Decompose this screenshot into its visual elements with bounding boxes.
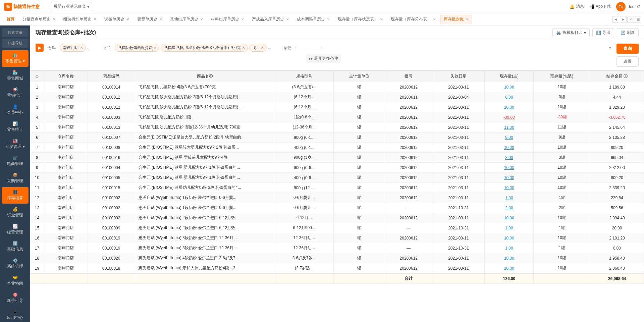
refresh-btn[interactable]: 🔄 刷新 (617, 28, 639, 37)
member-label: 会员中心 (7, 110, 23, 115)
cell-qty[interactable]: 10.00 (485, 183, 534, 193)
tab-home[interactable]: 首页 (3, 15, 18, 24)
cell-qty[interactable]: 9.00 (485, 132, 534, 143)
cell-qty[interactable]: 10.00 (485, 163, 534, 173)
sidebar-item-finance-mgmt[interactable]: 💰 资金管理 (2, 204, 29, 221)
tab-disassemble-history[interactable]: 组装拆卸单历史 ✕ (60, 15, 100, 24)
product-tag-1-remove[interactable]: ✕ (154, 46, 156, 50)
cell-unit: 罐 (333, 163, 385, 173)
tab-other-out-history[interactable]: 其他出库单历史 ✕ (166, 15, 207, 24)
color-dropdown[interactable] (296, 46, 322, 49)
tab-cost-adjust-history[interactable]: 成本调整单历史 ✕ (293, 15, 333, 24)
sidebar-item-retail-store[interactable]: 🏪 零售商城 (2, 67, 29, 84)
col-settings[interactable]: ⚙ (31, 71, 44, 82)
cell-name: 合生元 (BIOSTIME) 派星较大婴儿配方奶粉 2段 乳铁蛋... (135, 143, 275, 153)
cell-qty[interactable]: 10.00 (485, 102, 534, 112)
user-area[interactable]: Ea demo2 (616, 2, 640, 11)
tab-split-history-close[interactable]: ✕ (53, 17, 55, 21)
sidebar-item-ecom-mgmt[interactable]: 🛒 电商管理 (2, 153, 29, 169)
sidebar-item-retail-mgmt[interactable]: 🛍️ 零售管理 ▾ (2, 50, 29, 67)
tab-inventory-dist[interactable]: 现存量（库存分布表） ✕ (387, 15, 439, 24)
cell-qty[interactable]: 0.00 (485, 92, 534, 102)
cell-qty[interactable]: -39.00 (485, 112, 534, 122)
chevron-down-icon: ▾ (87, 4, 89, 9)
product-tag-2-remove[interactable]: ✕ (242, 46, 245, 50)
table-footer-row: 合计 126.00 26,968.64 (31, 273, 644, 284)
product-more-dots[interactable]: ... (268, 45, 271, 50)
expand-more-btn[interactable]: ▾▾ 展开更多条件 (306, 54, 341, 63)
warehouse-more-dots[interactable]: ... (87, 45, 91, 50)
product-tag-more-remove[interactable]: ✕ (261, 46, 264, 50)
tab-batch-voucher[interactable]: 库存批次账 ✕ (440, 15, 472, 24)
sidebar-item-app-center[interactable]: 📱 应用中心 (2, 307, 29, 322)
cell-qty[interactable]: 1.00 (485, 223, 534, 233)
store-selector[interactable]: 母婴行业演示账套 ▾ (51, 2, 92, 11)
tab-more-btn[interactable]: ▦ (635, 16, 641, 23)
basic-info-icon: ℹ️ (13, 241, 18, 246)
tab-prev-btn[interactable]: ◀ (612, 16, 619, 23)
tab-close-btn[interactable]: ✕ (627, 16, 634, 23)
tab-inventory-status[interactable]: 现存量（库存状况表） ✕ (334, 15, 386, 24)
cell-qty[interactable]: 10.00 (485, 263, 534, 274)
tab-other-out-history-close[interactable]: ✕ (200, 17, 203, 21)
tab-product-in-history[interactable]: 产成品入库单历史 ✕ (248, 15, 292, 24)
cell-qty[interactable]: 1.00 (485, 193, 534, 203)
warehouse-tag-remove[interactable]: ✕ (80, 46, 83, 50)
tab-inventory-status-close[interactable]: ✕ (380, 17, 383, 21)
settings-btn[interactable]: 设置 (616, 56, 639, 67)
tab-requisition-history[interactable]: 要货单历史 ✕ (133, 15, 166, 24)
sidebar-item-member[interactable]: 👤 会员中心 (2, 102, 29, 118)
sidebar-item-inventory-check[interactable]: 🗄️ 库存核算 (2, 187, 29, 204)
cell-qty[interactable]: 10.00 (485, 82, 534, 92)
export-btn[interactable]: ⬇️ 导出 (592, 28, 614, 37)
sidebar-item-ops-mgmt[interactable]: 📈 经营管理 (2, 221, 29, 238)
tab-product-in-history-close[interactable]: ✕ (286, 17, 289, 21)
sidebar-item-sys-mgmt[interactable]: ⚙️ 系统管理 (2, 256, 29, 272)
inventory-table: ⚙ 仓库名称 商品编码 商品名称 规格型号 主计量单位 批号 失效日期 现存量(… (30, 70, 644, 284)
download-icon: 📲 (589, 4, 594, 9)
product-label: 商品 (103, 45, 111, 51)
table-row: 6 南岸门店 00100007 合生元(BIOSTIME)派星较大婴儿配方奶粉 … (31, 132, 644, 143)
tab-allocation-history-close[interactable]: ✕ (126, 17, 129, 21)
tab-material-out-history-close[interactable]: ✕ (241, 17, 244, 21)
cell-qty[interactable]: 10.00 (485, 233, 534, 243)
sidebar-item-new-guide[interactable]: 🎯 新手引导 (2, 290, 29, 306)
tab-requisition-history-close[interactable]: ✕ (159, 17, 162, 21)
main-layout: 搜索菜单 快捷导航 🛍️ 零售管理 ▾ 🏪 零售商城 📢 营销推广 👤 会员中心… (0, 25, 644, 322)
tab-material-out-history[interactable]: 材料出库单历史 ✕ (207, 15, 248, 24)
sidebar-item-basic-info[interactable]: ℹ️ 基础信息 (2, 238, 29, 255)
cell-qty[interactable]: 2.00 (485, 203, 534, 213)
col-qty-main: 现存量(主) (485, 71, 534, 82)
table-row: 19 南岸门店 00100018 惠氏启赋 (Wyeth illuma) 亲和人… (31, 263, 644, 274)
cell-qty[interactable]: 11.00 (485, 122, 534, 132)
sidebar-search[interactable]: 搜索菜单 (2, 28, 29, 37)
template-print-btn[interactable]: 🖨️ 按模板打印 ▾ (552, 28, 590, 37)
cell-qty[interactable]: 10.00 (485, 213, 534, 223)
filter-expand-btn[interactable]: ▶ (36, 44, 44, 52)
tab-batch-voucher-close[interactable]: ✕ (466, 17, 469, 21)
sidebar-item-enterprise-collab[interactable]: 🤝 企业协同 (2, 273, 29, 289)
cell-qty[interactable]: 10.00 (485, 173, 534, 183)
sidebar-item-wholesale-mgmt[interactable]: 🏭 批发管理 ▾ (2, 136, 29, 152)
messages-btn[interactable]: 🔔 消息 (570, 4, 584, 9)
search-btn[interactable]: 查询 (616, 44, 639, 54)
product-tag-more-label: 飞... (252, 45, 260, 51)
tab-cost-adjust-history-close[interactable]: ✕ (327, 17, 330, 21)
cell-spec: 900g (0-6... (275, 163, 333, 173)
sidebar-nav[interactable]: 快捷导航 (2, 39, 29, 48)
app-download-btn[interactable]: 📲 App下载 (589, 4, 611, 9)
cell-qty[interactable]: 3.00 (485, 153, 534, 163)
tab-allocation-history[interactable]: 调拨单历史 ✕ (101, 15, 133, 24)
cell-qty[interactable]: 1.00 (485, 243, 534, 253)
sidebar-item-purchase-mgmt[interactable]: 📦 采购管理 (2, 170, 29, 186)
tab-inventory-dist-close[interactable]: ✕ (433, 17, 436, 21)
tab-disassemble-history-close[interactable]: ✕ (94, 17, 96, 21)
cell-no: 3 (31, 102, 44, 112)
tab-next-btn[interactable]: ▶ (620, 16, 627, 23)
sidebar-item-retail-stats[interactable]: 📊 零售统计 (2, 119, 29, 135)
cell-qty[interactable]: 10.00 (485, 143, 534, 153)
sidebar-item-marketing[interactable]: 📢 营销推广 (2, 85, 29, 101)
tab-split-history[interactable]: 分量盘点单历史 ✕ (19, 15, 59, 24)
cell-qty-pkg: 1罐 (534, 193, 590, 203)
cell-qty[interactable]: 10.00 (485, 253, 534, 263)
